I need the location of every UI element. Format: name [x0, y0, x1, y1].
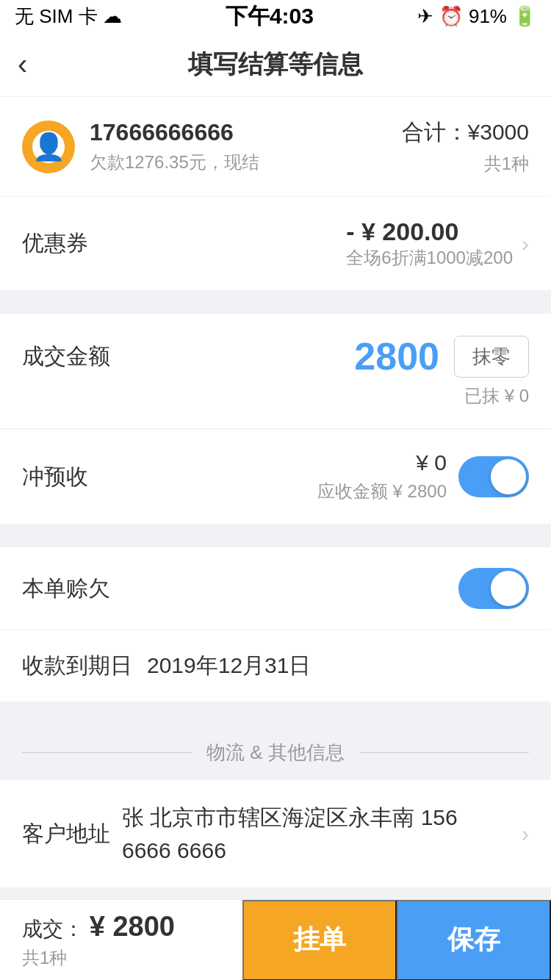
alarm-icon: ⏰	[439, 5, 463, 28]
logistics-text: 物流 & 其他信息	[206, 740, 345, 765]
debt-section: 本单赊欠	[0, 547, 551, 630]
round-zero-button[interactable]: 抹零	[454, 336, 529, 378]
customer-phone: 17666666666	[90, 119, 259, 146]
status-right: ✈ ⏰ 91% 🔋	[417, 5, 536, 28]
prepay-label: 冲预收	[22, 462, 88, 492]
save-button[interactable]: 保存	[397, 900, 551, 981]
prepay-sub: 应收金额 ¥ 2800	[317, 480, 447, 503]
deal-count: 共1种	[22, 946, 220, 970]
coupon-label: 优惠券	[22, 228, 88, 259]
prepay-toggle-knob	[491, 459, 526, 494]
deal-label: 成交：	[22, 918, 84, 940]
logistics-line-right	[359, 752, 529, 753]
coupon-desc: 全场6折满1000减200	[346, 246, 513, 270]
deal-amount: ¥ 2800	[90, 911, 175, 942]
user-icon: 👤	[32, 131, 65, 162]
duedate-value: 2019年12月31日	[147, 651, 311, 681]
avatar: 👤	[22, 120, 75, 173]
amount-label: 成交金额	[22, 342, 110, 372]
total-amount: 合计：¥3000	[402, 118, 529, 148]
nav-bar: ‹ 填写结算等信息	[0, 32, 551, 97]
bottom-deal-line: 成交： ¥ 2800	[22, 911, 220, 943]
back-button[interactable]: ‹	[18, 48, 27, 81]
prepay-toggle[interactable]	[458, 456, 529, 497]
duedate-section: 收款到期日 2019年12月31日	[0, 630, 551, 702]
amount-section: 成交金额 2800 抹零 已抹 ¥ 0	[0, 314, 551, 428]
logistics-line-left	[22, 752, 192, 753]
section-divider-1	[0, 290, 551, 302]
coupon-discount: - ¥ 200.00	[346, 217, 513, 246]
address-content: 张 北京市市辖区海淀区永丰南 156 6666 6666	[122, 801, 510, 867]
page-title: 填写结算等信息	[188, 48, 363, 82]
debt-toggle-knob	[491, 571, 526, 606]
section-divider-2	[0, 524, 551, 536]
debt-toggle[interactable]	[458, 568, 529, 609]
location-icon: ✈	[417, 5, 433, 28]
status-bar: 无 SIM 卡 ☁ 下午4:03 ✈ ⏰ 91% 🔋	[0, 0, 551, 32]
status-left: 无 SIM 卡 ☁	[15, 4, 122, 29]
coupon-arrow-icon: ›	[522, 231, 529, 256]
address-arrow-icon: ›	[522, 821, 529, 846]
address-section[interactable]: 客户地址 张 北京市市辖区海淀区永丰南 156 6666 6666 ›	[0, 780, 551, 887]
coupon-row[interactable]: 优惠券 - ¥ 200.00 全场6折满1000减200 ›	[0, 196, 551, 290]
pending-button[interactable]: 挂单	[242, 900, 397, 981]
debt-label: 本单赊欠	[22, 574, 110, 604]
bottom-bar: 成交： ¥ 2800 共1种 挂单 保存	[0, 899, 551, 980]
logistics-separator: 物流 & 其他信息	[0, 725, 551, 780]
customer-debt: 欠款1276.35元，现结	[90, 151, 259, 174]
status-time: 下午4:03	[226, 1, 314, 32]
amount-value: 2800	[354, 334, 439, 378]
sim-status: 无 SIM 卡 ☁	[15, 4, 122, 29]
bottom-summary: 成交： ¥ 2800 共1种	[0, 911, 242, 970]
prepay-section: 冲预收 ¥ 0 应收金额 ¥ 2800	[0, 429, 551, 524]
amount-sub: 已抹 ¥ 0	[22, 384, 529, 408]
section-divider-3	[0, 702, 551, 713]
customer-card: 👤 17666666666 欠款1276.35元，现结 合计：¥3000 共1种	[0, 97, 551, 196]
address-label: 客户地址	[22, 819, 110, 849]
duedate-label: 收款到期日	[22, 651, 132, 681]
prepay-value: ¥ 0	[317, 450, 447, 475]
total-count: 共1种	[402, 152, 529, 176]
battery-icon: 🔋	[513, 5, 536, 28]
battery-status: 91%	[469, 5, 507, 28]
